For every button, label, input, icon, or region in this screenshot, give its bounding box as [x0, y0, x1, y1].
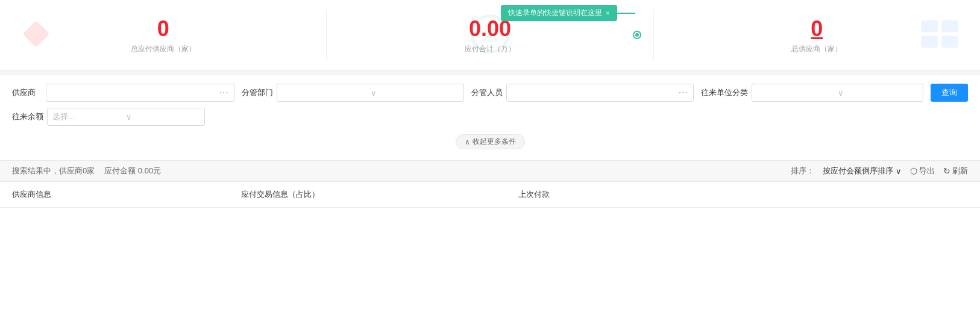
- sort-label: 排序：: [791, 166, 814, 176]
- tooltip-dot: [634, 32, 640, 38]
- unit-class-chevron-icon: ∨: [838, 88, 919, 98]
- department-chevron-icon: ∨: [371, 88, 459, 98]
- table-header: 供应商信息 应付交易信息（占比） 上次付款: [0, 182, 980, 208]
- department-field: 分管部门 ∨: [242, 84, 464, 102]
- supplier-input-wrapper[interactable]: ···: [46, 84, 234, 102]
- table-body: [0, 208, 980, 310]
- sort-chevron-icon: ∨: [896, 167, 902, 176]
- sort-value: 按应付会额倒序排序: [823, 166, 893, 176]
- balance-label: 往来余额: [12, 111, 43, 122]
- supplier-label: 供应商: [12, 87, 42, 98]
- stat-total-suppliers-number: 0: [811, 16, 823, 42]
- collapse-arrow-icon: ∧: [465, 138, 470, 146]
- refresh-button[interactable]: ↻ 刷新: [943, 166, 968, 176]
- stats-bar: 0 总应付供应商（家） 米 快速录单的快捷键说明在这里 × 0.00 应付合计（…: [0, 0, 980, 70]
- svg-rect-8: [941, 36, 958, 48]
- export-label: 导出: [919, 166, 935, 176]
- manager-field: 分管人员 ···: [471, 84, 694, 102]
- department-select[interactable]: ∨: [277, 84, 464, 102]
- svg-rect-5: [921, 20, 938, 33]
- export-button[interactable]: ⬡ 导出: [910, 166, 935, 176]
- balance-chevron-icon: ∨: [126, 113, 199, 122]
- sort-select[interactable]: 按应付会额倒序排序 ∨: [823, 166, 902, 176]
- unit-class-select[interactable]: ∨: [752, 84, 923, 102]
- tooltip-bubble[interactable]: 快速录单的快捷键说明在这里 ×: [501, 5, 617, 21]
- department-label: 分管部门: [242, 87, 273, 98]
- results-bar: 搜索结果中，供应商0家 应付金额 0.00元 排序： 按应付会额倒序排序 ∨ ⬡…: [0, 161, 980, 182]
- stat-total-suppliers-label: 总供应商（家）: [791, 44, 842, 54]
- manager-input-wrapper[interactable]: ···: [506, 84, 694, 102]
- export-icon: ⬡: [910, 166, 917, 176]
- results-suppliers-count: 搜索结果中，供应商0家: [12, 166, 95, 176]
- grid-icon: [920, 19, 962, 49]
- refresh-label: 刷新: [952, 166, 968, 176]
- manager-dots-btn[interactable]: ···: [679, 87, 688, 98]
- stat-payable-suppliers-number: 0: [157, 16, 169, 42]
- search-row-2: 往来余额 选择... ∨: [12, 108, 205, 126]
- tooltip-close-btn[interactable]: ×: [606, 9, 610, 17]
- stat-total-payable-suppliers: 0 总应付供应商（家）: [0, 10, 327, 60]
- stat-payable-suppliers-label: 总应付供应商（家）: [131, 44, 196, 54]
- search-area: 供应商 ··· 分管部门 ∨ 分管人员 ··· 往来单位分类: [0, 75, 980, 161]
- balance-placeholder: 选择...: [52, 111, 126, 122]
- unit-class-label: 往来单位分类: [701, 87, 748, 98]
- supplier-field: 供应商 ···: [12, 84, 234, 102]
- svg-rect-7: [921, 36, 938, 48]
- supplier-input[interactable]: [51, 88, 217, 98]
- query-button[interactable]: 查询: [931, 84, 968, 102]
- manager-input[interactable]: [512, 88, 676, 98]
- col-supplier-header: 供应商信息: [12, 189, 241, 200]
- svg-rect-6: [941, 20, 958, 33]
- collapse-button[interactable]: ∧ 收起更多条件: [456, 134, 525, 149]
- col-last-payment-header: 上次付款: [518, 189, 968, 200]
- collapse-bar: ∧ 收起更多条件: [12, 132, 968, 155]
- manager-label: 分管人员: [471, 87, 503, 98]
- balance-select[interactable]: 选择... ∨: [47, 108, 205, 126]
- unit-class-field: 往来单位分类 ∨: [701, 84, 923, 102]
- col-transaction-header: 应付交易信息（占比）: [241, 189, 518, 200]
- results-amount: 应付金额 0.00元: [104, 166, 161, 176]
- collapse-label: 收起更多条件: [473, 137, 516, 147]
- supplier-dots-btn[interactable]: ···: [219, 87, 229, 98]
- tooltip-text: 快速录单的快捷键说明在这里: [508, 8, 602, 18]
- results-actions: 排序： 按应付会额倒序排序 ∨ ⬡ 导出 ↻ 刷新: [791, 166, 968, 176]
- balance-field: 往来余额 选择... ∨: [12, 108, 205, 126]
- search-row-1: 供应商 ··· 分管部门 ∨ 分管人员 ··· 往来单位分类: [12, 84, 968, 102]
- refresh-icon: ↻: [943, 166, 950, 176]
- results-summary: 搜索结果中，供应商0家 应付金额 0.00元: [12, 166, 161, 176]
- svg-text:米: 米: [482, 26, 498, 44]
- diamond-icon: [18, 16, 54, 52]
- stat-total-suppliers: 0 总供应商（家）: [654, 10, 980, 60]
- stat-payable-total: 米 快速录单的快捷键说明在这里 × 0.00 应付合计（万）: [327, 10, 653, 60]
